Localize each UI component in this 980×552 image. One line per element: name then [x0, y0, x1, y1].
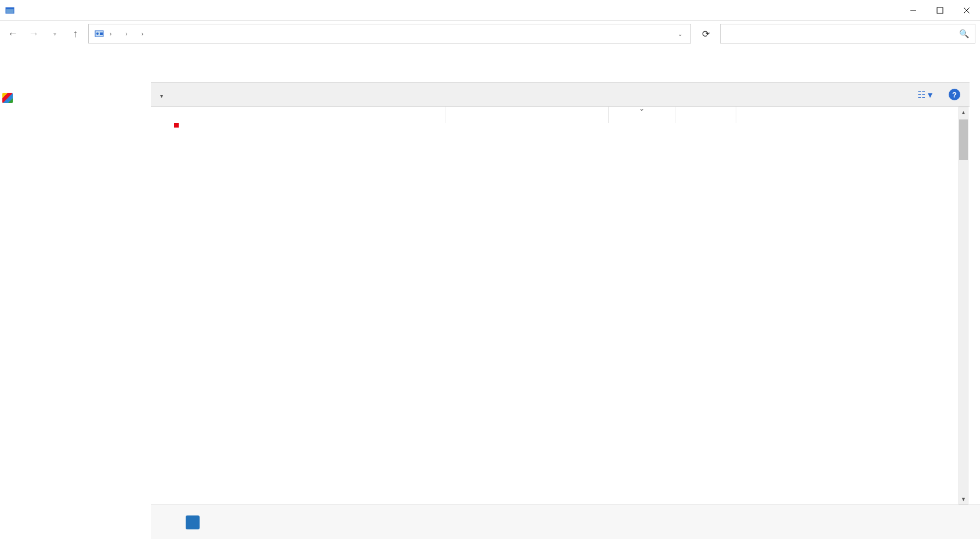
sidebar — [0, 53, 151, 539]
toolbar: ☷ ▾ ? — [151, 82, 970, 107]
menu-bar — [0, 46, 980, 53]
breadcrumb-seg-2[interactable] — [132, 32, 137, 35]
back-button[interactable]: ← — [5, 26, 21, 42]
up-button[interactable]: ↑ — [67, 26, 84, 42]
col-installed[interactable] — [609, 107, 675, 123]
address-bar: ← → ▾ ↑ › › › ⌄ ⟳ 🔍 — [0, 21, 980, 46]
col-size[interactable] — [675, 107, 736, 123]
scroll-down-icon[interactable]: ▼ — [959, 494, 968, 504]
forward-button[interactable]: → — [26, 26, 42, 42]
view-options-button[interactable]: ☷ ▾ — [917, 89, 932, 100]
chevron-right-icon: › — [107, 31, 114, 37]
col-publisher[interactable] — [446, 107, 609, 123]
app-icon — [5, 5, 15, 16]
search-icon: 🔍 — [959, 29, 969, 38]
svg-rect-3 — [937, 8, 943, 13]
breadcrumb-seg-3[interactable] — [148, 32, 153, 35]
table-header — [174, 107, 970, 123]
close-button[interactable] — [953, 0, 980, 21]
minimize-button[interactable] — [900, 0, 927, 21]
scroll-up-icon[interactable]: ▲ — [959, 107, 968, 117]
scroll-thumb[interactable] — [959, 119, 968, 160]
refresh-button[interactable]: ⟳ — [696, 24, 715, 43]
chevron-right-icon: › — [123, 31, 129, 37]
col-version[interactable] — [736, 107, 847, 123]
maximize-button[interactable] — [927, 0, 953, 21]
sidebar-windows-features[interactable] — [16, 93, 144, 103]
organize-button[interactable] — [160, 90, 163, 100]
vertical-scrollbar[interactable]: ▲ ▼ — [959, 107, 968, 504]
help-icon[interactable]: ? — [949, 89, 960, 100]
control-panel-icon — [93, 28, 105, 39]
program-list: ▲ ▼ — [174, 107, 970, 504]
breadcrumb[interactable]: › › › ⌄ — [88, 24, 691, 43]
chevron-right-icon: › — [139, 31, 146, 37]
svg-rect-1 — [6, 8, 14, 9]
svg-rect-8 — [100, 32, 103, 35]
search-input[interactable]: 🔍 — [720, 24, 975, 43]
highlight-annotation — [174, 123, 179, 128]
title-bar — [0, 0, 980, 21]
breadcrumb-seg-1[interactable] — [116, 32, 121, 35]
main-panel: ☷ ▾ ? ▲ ▼ — [151, 53, 980, 539]
status-bar — [151, 504, 980, 539]
col-name[interactable] — [176, 107, 446, 123]
status-app-icon — [186, 515, 200, 529]
address-dropdown-icon[interactable]: ⌄ — [674, 31, 686, 37]
svg-point-7 — [96, 32, 99, 35]
recent-button[interactable]: ▾ — [46, 26, 63, 42]
